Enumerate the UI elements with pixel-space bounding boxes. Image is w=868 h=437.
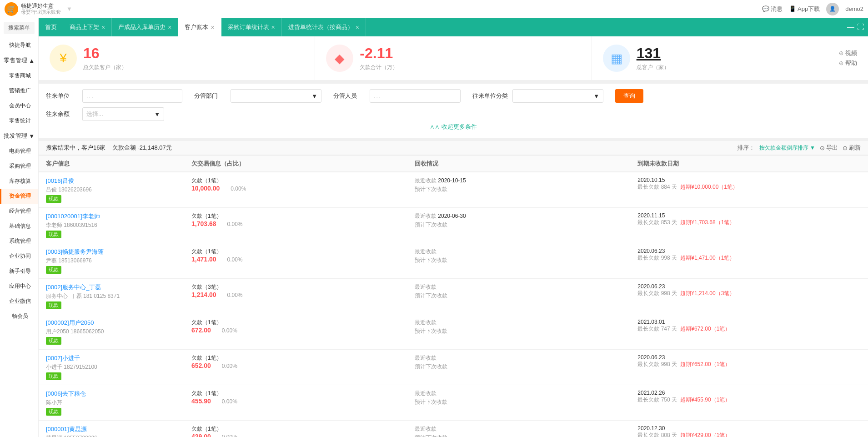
- customer-cell-6: [0006]去下粮仓 陈小芹 现款: [46, 390, 191, 416]
- tab-home[interactable]: 首页: [39, 18, 63, 36]
- app-download-btn[interactable]: 📱 App下载: [789, 5, 820, 13]
- sidebar-item-retail-mall[interactable]: 零售商城: [0, 68, 38, 83]
- debt-amount-1[interactable]: 1,703.68: [191, 220, 216, 227]
- overdue-link-6[interactable]: 超期¥455.90（1笔）: [680, 397, 730, 403]
- person-input[interactable]: ...: [370, 89, 461, 103]
- customer-info-1: 李老师 18600391516: [46, 221, 191, 229]
- tab-customer-account[interactable]: 客户账本 ×: [178, 18, 221, 36]
- overdue-link-4[interactable]: 超期¥672.00（1笔）: [680, 326, 730, 332]
- stat-card-total-debt: ◆ -2.11 欠款合计（万）: [315, 36, 592, 80]
- overdue-days-2: 最长欠款 998 天: [637, 255, 677, 261]
- sidebar-item-corp-wechat[interactable]: 企业微信: [0, 294, 38, 309]
- debt-amount-7[interactable]: 429.00: [191, 433, 211, 437]
- sidebar-item-system[interactable]: 系统管理: [0, 234, 38, 249]
- customer-tag-5: 现款: [46, 372, 61, 380]
- tab-production-history[interactable]: 产成品入库单历史 ×: [112, 18, 178, 36]
- video-btn[interactable]: ⊙ 视频: [839, 49, 857, 57]
- export-btn[interactable]: ⊙ 导出: [820, 144, 838, 152]
- stat-info-total-customers: 131 总客户（家）: [637, 45, 669, 71]
- customer-name-2[interactable]: [0003]畅捷服务尹海蓬: [46, 248, 191, 256]
- overdue-link-0[interactable]: 超期¥10,000.00（1笔）: [680, 184, 738, 190]
- sidebar-search-btn[interactable]: 搜索菜单: [4, 22, 35, 34]
- sort-select[interactable]: 按欠款金额倒序排序 ▼: [759, 144, 815, 152]
- tab-close-purchase[interactable]: ×: [271, 24, 275, 31]
- customer-tag-1: 现款: [46, 231, 61, 238]
- overdue-link-3[interactable]: 超期¥1,214.00（3笔）: [680, 290, 735, 296]
- customer-name-6[interactable]: [0006]去下粮仓: [46, 390, 191, 398]
- balance-select[interactable]: 选择... ▼: [82, 107, 164, 121]
- tab-close-goods-online[interactable]: ×: [101, 24, 105, 31]
- dept-select[interactable]: ▼: [231, 89, 321, 103]
- stat-card-total-customers: ▦ 131 总客户（家） ⊙ 视频 ⊙ 帮助: [592, 36, 868, 80]
- customer-cell-4: [000002]用户2050 用户2050 18665062050 现款: [46, 319, 191, 345]
- overdue-link-7[interactable]: 超期¥429.00（1笔）: [680, 432, 730, 437]
- sidebar-item-marketing[interactable]: 营销推广: [0, 83, 38, 98]
- tab-close-customer-account[interactable]: ×: [211, 24, 214, 31]
- customer-cell-0: [0016]吕俊 吕俊 13026203696 现款: [46, 177, 191, 203]
- stat-number-debt-customers: 16: [83, 45, 127, 62]
- stats-row: ¥ 16 总欠款客户（家） ◆ -2.11 欠款合计（万）: [39, 36, 868, 80]
- tab-purchase-stats[interactable]: 采购订单统计表 ×: [221, 18, 282, 36]
- collapse-btn[interactable]: ∧∧ 收起更多条件: [430, 123, 477, 131]
- sidebar-item-ops[interactable]: 经营管理: [0, 204, 38, 219]
- sidebar-item-app-center[interactable]: 应用中心: [0, 279, 38, 294]
- category-select[interactable]: ▼: [512, 89, 603, 103]
- customer-name-3[interactable]: [0002]服务中心_丁磊: [46, 283, 191, 291]
- stat-icon-building: ▦: [603, 45, 630, 72]
- sidebar-item-batch-mgmt[interactable]: 批发管理 ▼: [0, 128, 38, 144]
- stat-right-actions: ⊙ 视频 ⊙ 帮助: [839, 49, 857, 67]
- debt-amount-6[interactable]: 455.90: [191, 397, 211, 405]
- sidebar-item-base-info[interactable]: 基础信息: [0, 219, 38, 234]
- overdue-link-5[interactable]: 超期¥652.00（1笔）: [680, 361, 730, 367]
- debt-ratio-6: 0.00%: [222, 398, 237, 405]
- debt-amount-4[interactable]: 672.00: [191, 326, 211, 334]
- customer-tag-2: 现款: [46, 266, 61, 274]
- sidebar-item-retail-stats[interactable]: 零售统计: [0, 113, 38, 128]
- customer-name-1[interactable]: [0001020001]李老师: [46, 212, 191, 221]
- sidebar-item-ecommerce[interactable]: 电商管理: [0, 144, 38, 159]
- user-name: demo2: [845, 5, 863, 12]
- sidebar-item-inventory[interactable]: 库存核算: [0, 174, 38, 189]
- tab-goods-online[interactable]: 商品上下架 ×: [63, 18, 112, 36]
- tab-maximize-btn[interactable]: ⛶: [857, 23, 864, 31]
- debt-amount-3[interactable]: 1,214.00: [191, 291, 216, 298]
- sidebar-item-quick-nav[interactable]: 快捷导航: [0, 38, 38, 53]
- tab-close-production[interactable]: ×: [168, 24, 171, 31]
- overdue-days-4: 最长欠款 747 天: [637, 326, 677, 332]
- sidebar-item-finance[interactable]: 资金管理: [0, 189, 38, 204]
- stat-card-debt-customers: ¥ 16 总欠款客户（家）: [39, 36, 315, 80]
- user-avatar: 👤: [826, 3, 839, 15]
- recover-cell-4: 最近收款 预计下次收款: [415, 319, 638, 335]
- table-row: [0007]小进千 小进千 18279152100 现款 欠款（1笔） 652.…: [39, 350, 868, 385]
- sidebar-item-purchase[interactable]: 采购管理: [0, 159, 38, 174]
- customer-name-0[interactable]: [0016]吕俊: [46, 177, 191, 185]
- debt-amount-0[interactable]: 10,000.00: [191, 185, 220, 192]
- debt-ratio-7: 0.00%: [222, 434, 237, 437]
- debt-amount-5[interactable]: 652.00: [191, 362, 211, 369]
- message-btn[interactable]: 💬 消息: [762, 5, 783, 13]
- sidebar-item-corp-coop[interactable]: 企业协同: [0, 249, 38, 264]
- debt-cell-2: 欠款（1笔） 1,471.00 0.00%: [191, 248, 415, 263]
- tab-close-import[interactable]: ×: [356, 24, 359, 31]
- summary-text: 搜索结果中，客户16家 欠款金额 -21,148.07元: [46, 144, 172, 152]
- debt-amount-2[interactable]: 1,471.00: [191, 256, 216, 263]
- sidebar-item-retail-mgmt[interactable]: 零售管理 ▲: [0, 53, 38, 68]
- debt-ratio-0: 0.00%: [231, 186, 246, 192]
- refresh-btn[interactable]: ⊙ 刷新: [843, 144, 861, 152]
- query-btn[interactable]: 查询: [615, 89, 643, 103]
- sidebar-item-newbie[interactable]: 新手引导: [0, 264, 38, 279]
- sidebar-item-member[interactable]: 会员中心: [0, 98, 38, 113]
- sidebar-item-member-club[interactable]: 畅会员: [0, 309, 38, 324]
- customer-name-5[interactable]: [0007]小进千: [46, 354, 191, 362]
- tab-minimize-btn[interactable]: —: [847, 23, 854, 31]
- overdue-link-1[interactable]: 超期¥1,703.68（1笔）: [680, 219, 735, 226]
- tab-import-stats[interactable]: 进货单统计表（按商品） ×: [282, 18, 366, 36]
- top-bar-right: 💬 消息 📱 App下载 👤 demo2: [762, 3, 863, 15]
- customer-name-4[interactable]: [000002]用户2050: [46, 319, 191, 327]
- table-row: [0016]吕俊 吕俊 13026203696 现款 欠款（1笔） 10,000…: [39, 172, 868, 208]
- overdue-link-2[interactable]: 超期¥1,471.00（1笔）: [680, 255, 735, 261]
- help-btn[interactable]: ⊙ 帮助: [839, 59, 857, 67]
- customer-name-7[interactable]: [000001]黄思源: [46, 425, 191, 433]
- source-unit-input[interactable]: ...: [82, 89, 182, 103]
- sidebar: 搜索菜单 快捷导航 零售管理 ▲ 零售商城 营销推广 会员中心 零售统计 批发管…: [0, 18, 39, 437]
